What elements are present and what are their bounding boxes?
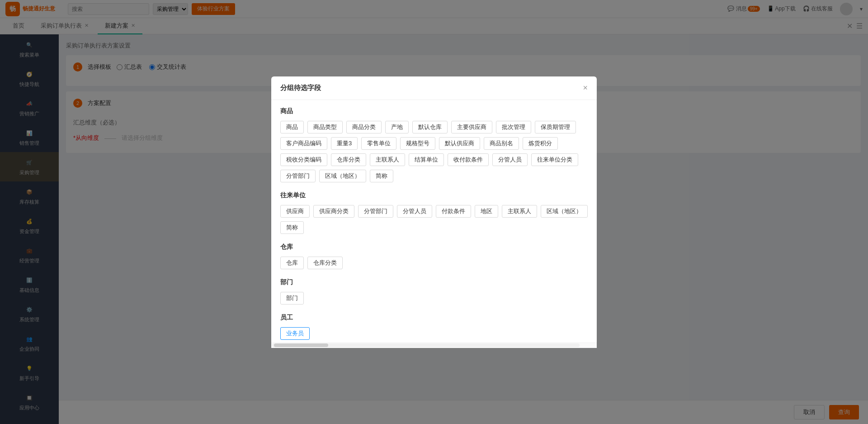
field-tag[interactable]: 区域（地区）	[541, 205, 588, 218]
field-tag[interactable]: 客户商品编码	[280, 137, 327, 150]
field-tag[interactable]: 默认仓库	[412, 121, 448, 133]
field-tag[interactable]: 业务员	[280, 327, 310, 340]
field-tag[interactable]: 税收分类编码	[280, 153, 327, 166]
field-tag[interactable]: 地区	[475, 205, 498, 218]
dept-field-tags: 部门	[280, 292, 588, 305]
field-tag[interactable]: 分管人员	[492, 153, 528, 166]
field-group-staff: 员工 业务员	[280, 314, 588, 340]
partner-field-tags: 供应商 供应商分类 分管部门 分管人员 付款条件 地区 主联系人 区域（地区） …	[280, 205, 588, 234]
field-tag[interactable]: 分管部门	[280, 170, 316, 182]
field-tag[interactable]: 产地	[385, 121, 409, 133]
field-tag[interactable]: 商品分类	[346, 121, 382, 133]
field-group-warehouse-title: 仓库	[280, 243, 588, 251]
field-tag[interactable]: 付款条件	[436, 205, 471, 218]
dialog-close-btn[interactable]: ×	[583, 84, 588, 92]
field-tag[interactable]: 商品类型	[307, 121, 343, 133]
modal-overlay[interactable]: 分组待选字段 × 商品 商品 商品类型 商品分类 产地 默认仓库 主要供应商 批…	[0, 0, 868, 424]
warehouse-field-tags: 仓库 仓库分类	[280, 257, 588, 269]
field-tag[interactable]: 供应商分类	[313, 205, 354, 218]
dialog-header: 分组待选字段 ×	[271, 76, 597, 100]
field-tag[interactable]: 商品别名	[484, 137, 519, 150]
field-tag[interactable]: 主要供应商	[451, 121, 492, 133]
field-tag[interactable]: 简称	[280, 221, 304, 234]
field-tag[interactable]: 商品	[280, 121, 304, 133]
field-tag[interactable]: 规格型号	[400, 137, 435, 150]
field-tag[interactable]: 仓库分类	[331, 153, 366, 166]
field-tag[interactable]: 批次管理	[496, 121, 531, 133]
field-tag[interactable]: 供应商	[280, 205, 310, 218]
field-tag[interactable]: 保质期管理	[535, 121, 576, 133]
field-tag[interactable]: 零售单位	[361, 137, 396, 150]
field-tag[interactable]: 简称	[370, 170, 393, 182]
field-tag[interactable]: 收付款条件	[448, 153, 489, 166]
field-tag[interactable]: 往来单位分类	[531, 153, 578, 166]
field-tag[interactable]: 分管人员	[397, 205, 432, 218]
field-tag[interactable]: 仓库	[280, 257, 304, 269]
staff-field-tags: 业务员	[280, 327, 588, 340]
dialog-title: 分组待选字段	[280, 84, 321, 92]
field-group-dept-title: 部门	[280, 278, 588, 286]
field-group-partner-title: 往来单位	[280, 191, 588, 200]
field-tag[interactable]: 主联系人	[502, 205, 537, 218]
dialog-hscrollbar[interactable]	[271, 343, 597, 348]
field-group-product-title: 商品	[280, 107, 588, 115]
field-tag[interactable]: 炼货积分	[523, 137, 558, 150]
field-tag[interactable]: 默认供应商	[439, 137, 480, 150]
field-group-product: 商品 商品 商品类型 商品分类 产地 默认仓库 主要供应商 批次管理 保质期管理…	[280, 107, 588, 182]
field-tag[interactable]: 部门	[280, 292, 304, 305]
field-group-warehouse: 仓库 仓库 仓库分类	[280, 243, 588, 269]
field-tag[interactable]: 区域（地区）	[319, 170, 366, 182]
field-group-staff-title: 员工	[280, 314, 588, 322]
field-select-dialog: 分组待选字段 × 商品 商品 商品类型 商品分类 产地 默认仓库 主要供应商 批…	[271, 76, 597, 348]
field-group-dept: 部门 部门	[280, 278, 588, 305]
field-tag[interactable]: 重量3	[331, 137, 358, 150]
field-tag[interactable]: 分管部门	[358, 205, 393, 218]
field-tag[interactable]: 结算单位	[409, 153, 444, 166]
dialog-body: 商品 商品 商品类型 商品分类 产地 默认仓库 主要供应商 批次管理 保质期管理…	[271, 100, 597, 343]
field-group-partner: 往来单位 供应商 供应商分类 分管部门 分管人员 付款条件 地区 主联系人 区域…	[280, 191, 588, 234]
field-tag[interactable]: 仓库分类	[307, 257, 343, 269]
field-tag[interactable]: 主联系人	[370, 153, 405, 166]
product-field-tags: 商品 商品类型 商品分类 产地 默认仓库 主要供应商 批次管理 保质期管理 客户…	[280, 121, 588, 182]
